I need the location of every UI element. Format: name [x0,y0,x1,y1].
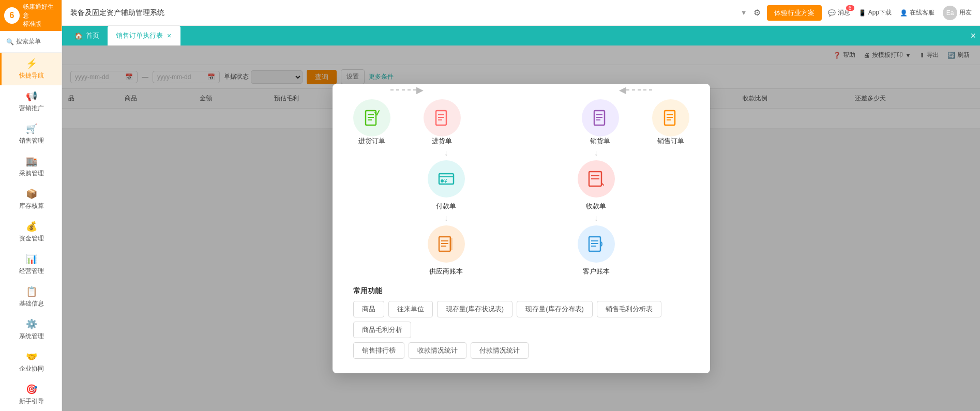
finance-icon: 💰 [26,221,37,232]
dropdown-arrow-icon: ▼ [741,9,747,17]
func-btn-counterpart[interactable]: 往来单位 [388,301,433,317]
flow-col-receipt: ↓ 收款单 [565,148,627,211]
purchase-order-label: 进货订单 [358,136,385,146]
supplier-ledger-label: 供应商账本 [429,267,463,276]
sidebar-item-label: 快捷导航 [19,71,44,80]
flow-node-sales-order[interactable]: 销售订单 [652,99,689,146]
logo-icon: 6 [4,7,20,24]
system-title: 装备及固定资产辅助管理系统 [70,8,734,18]
sales-order-label: 销售订单 [657,136,684,146]
modal-overlay[interactable]: 进货订单 ▶ [62,45,980,411]
svg-text:¥: ¥ [444,178,447,184]
modal-content: 进货订单 ▶ [333,84,710,373]
home-icon: 🏠 [74,32,83,40]
tabbar: 🏠 首页 销售订单执行表 × × [62,26,980,45]
flow-node-purchase-order[interactable]: 进货订单 [353,99,390,146]
supplier-ledger-icon[interactable] [428,225,465,263]
receipt-bill-icon[interactable] [578,160,615,197]
marketing-icon: 📢 [26,90,37,102]
purchase-order-icon [353,99,390,136]
sidebar-item-basic-info[interactable]: 📋 基础信息 [0,281,62,313]
modal: 进货订单 ▶ [333,84,710,373]
arrow-down-supplier: ↓ [444,214,448,222]
tab-sales-order[interactable]: 销售订单执行表 × [108,26,180,45]
svg-rect-27 [449,238,453,250]
sidebar-item-purchase[interactable]: 🏬 采购管理 [0,150,62,183]
purchase-bill-label: 进货单 [432,136,452,146]
sidebar-item-system[interactable]: ⚙️ 系统管理 [0,313,62,346]
flow-node-sales-bill[interactable]: 销货单 [582,99,619,146]
sidebar-item-operations[interactable]: 📊 经营管理 [0,248,62,281]
sidebar-item-guide[interactable]: 🎯 新手引导 [0,378,62,411]
sales-order-icon [652,99,689,136]
sidebar-item-label: 销售管理 [19,136,44,145]
message-icon: 💬 [828,9,836,17]
guide-icon: 🎯 [26,384,37,395]
arrow-down-receipt: ↓ [594,149,598,157]
search-menu-button[interactable]: 🔍 搜索菜单 [4,35,57,48]
sidebar-item-label: 营销推广 [19,104,44,113]
sidebar-item-label: 资金管理 [19,234,44,243]
online-service-button[interactable]: 👤 在线客服 [900,8,934,17]
flow-diagram: 进货订单 ▶ [353,99,689,276]
sidebar-item-finance[interactable]: 💰 资金管理 [0,216,62,248]
func-btn-sales-margin[interactable]: 销售毛利分析表 [597,301,661,317]
sidebar-item-marketing[interactable]: 📢 营销推广 [0,85,62,118]
arrow-down-customer: ↓ [594,214,598,222]
avatar: Ea [943,6,957,20]
topbar-right: 💬 消息 6 📱 App下载 👤 在线客服 Ea 用友 [828,6,972,20]
func-btn-sales-rank[interactable]: 销售排行榜 [353,342,404,359]
flow-col-supplier: ↓ 供应商账本 [415,213,477,276]
flow-col-customer: ↓ 客户账本 [565,213,627,276]
sidebar-item-label: 采购管理 [19,169,44,178]
settings-button[interactable]: ⚙ [753,8,761,18]
app-download-button[interactable]: 📱 App下载 [858,8,892,17]
inventory-icon: 📦 [26,188,37,200]
trial-button[interactable]: 体验行业方案 [767,5,822,21]
func-btn-payment-stats[interactable]: 付款情况统计 [471,342,529,359]
message-button[interactable]: 💬 消息 6 [828,8,850,17]
message-badge: 6 [846,5,854,11]
sidebar-item-inventory[interactable]: 📦 库存核算 [0,183,62,216]
purchase-bill-icon [424,99,461,136]
topbar: 装备及固定资产辅助管理系统 ▼ ⚙ 体验行业方案 💬 消息 6 📱 App下载 … [62,0,980,26]
purchase-icon: 🏬 [26,156,37,167]
func-btn-product-margin[interactable]: 商品毛利分析 [353,322,411,338]
customer-ledger-icon[interactable] [578,225,615,263]
customer-ledger-label: 客户账本 [583,267,610,276]
sidebar-item-label: 系统管理 [19,332,44,341]
user-menu[interactable]: Ea 用友 [943,6,972,20]
system-icon: ⚙️ [26,318,37,330]
sidebar-item-quick-nav[interactable]: ⚡ 快捷导航 [0,53,62,85]
payment-bill-label: 付款单 [436,202,456,211]
service-icon: 👤 [900,9,908,17]
sales-icon: 🛒 [26,123,37,134]
sales-bill-label: 销货单 [590,136,610,146]
tabbar-close-button[interactable]: × [970,31,976,41]
payment-bill-icon[interactable]: ¥ [428,160,465,197]
sidebar-nav: ⚡ 快捷导航 📢 营销推广 🛒 销售管理 🏬 采购管理 📦 库存核算 💰 [0,53,62,411]
logo-text: 畅康通好生意 标准版 [23,3,57,28]
tab-home[interactable]: 🏠 首页 [66,26,108,45]
flow-col-payment: ↓ ¥ 付款单 [415,148,477,211]
operations-icon: 📊 [26,253,37,265]
function-buttons-row2: 销售排行榜 收款情况统计 付款情况统计 [353,342,689,359]
enterprise-icon: 🤝 [26,351,37,362]
sidebar-item-label: 基础信息 [19,299,44,308]
arrow-down-payment: ↓ [444,149,448,157]
flow-node-purchase-bill[interactable]: 进货单 [424,99,461,146]
sidebar-item-label: 企业协同 [19,364,44,373]
sidebar-item-enterprise[interactable]: 🤝 企业协同 [0,346,62,378]
common-functions-title: 常用功能 [353,286,689,296]
sidebar-logo: 6 畅康通好生意 标准版 [0,0,62,31]
func-btn-receipt-stats[interactable]: 收款情况统计 [409,342,466,359]
sales-bill-icon [582,99,619,136]
content-area: ❓ 帮助 🖨 按模板打印 ▼ ⬆ 导出 🔄 刷新 [62,45,980,411]
func-btn-inventory-status[interactable]: 现存量(库存状况表) [437,301,513,317]
sidebar-search[interactable]: 🔍 搜索菜单 [0,31,62,53]
func-btn-inventory-dist[interactable]: 现存量(库存分布表) [517,301,593,317]
tab-close-button[interactable]: × [166,32,172,39]
sidebar-item-sales[interactable]: 🛒 销售管理 [0,118,62,150]
quick-nav-icon: ⚡ [26,58,37,69]
func-btn-product[interactable]: 商品 [353,301,384,317]
